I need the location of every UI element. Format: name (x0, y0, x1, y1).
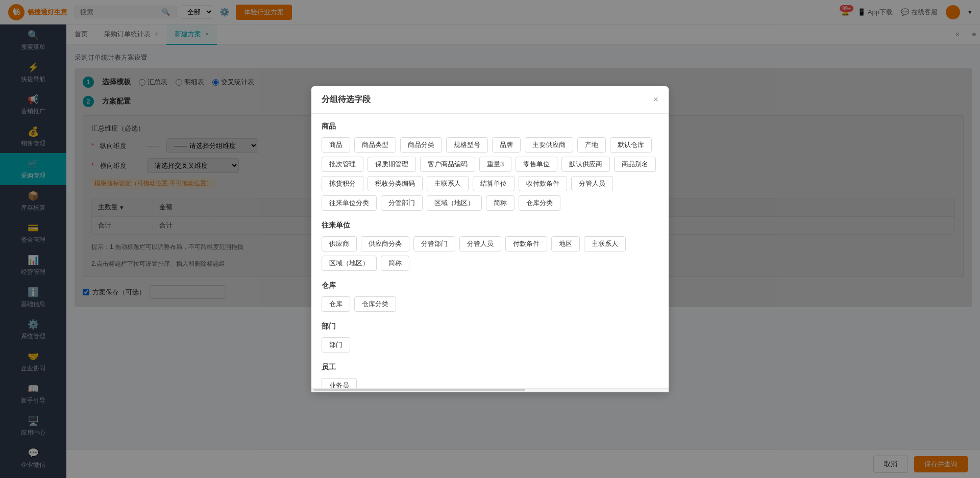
field-tag[interactable]: 商品分类 (400, 137, 442, 153)
field-tags: 仓库仓库分类 (322, 296, 658, 312)
field-tag[interactable]: 分管人员 (459, 236, 501, 251)
field-tag[interactable]: 默认仓库 (610, 137, 652, 153)
field-tag[interactable]: 区域（地区） (427, 195, 482, 211)
field-tag[interactable]: 部门 (322, 337, 350, 344)
field-tag[interactable]: 主要供应商 (525, 137, 573, 153)
field-tag[interactable]: 往来单位分类 (322, 195, 377, 211)
field-tag[interactable]: 收付款条件 (519, 176, 567, 191)
field-group-title: 往来单位 (322, 221, 658, 230)
field-tag[interactable]: 商品别名 (614, 157, 656, 172)
field-tag[interactable]: 零售单位 (516, 157, 557, 172)
field-tag[interactable]: 商品 (322, 137, 350, 153)
field-tag[interactable]: 区域（地区） (322, 256, 377, 271)
field-tag[interactable]: 规格型号 (446, 137, 488, 153)
field-tag[interactable]: 默认供应商 (561, 157, 610, 172)
field-group-商品: 商品商品商品类型商品分类规格型号品牌主要供应商产地默认仓库批次管理保质期管理客户… (322, 122, 658, 211)
field-tag[interactable]: 品牌 (492, 137, 521, 153)
field-tag[interactable]: 保质期管理 (368, 157, 416, 172)
field-group-title: 商品 (322, 122, 658, 131)
field-tag[interactable]: 批次管理 (322, 157, 363, 172)
field-tag[interactable]: 供应商分类 (361, 236, 409, 251)
field-group-title: 部门 (322, 322, 658, 331)
modal-overlay: 分组待选字段 × 商品商品商品类型商品分类规格型号品牌主要供应商产地默认仓库批次… (0, 0, 980, 344)
field-tag[interactable]: 税收分类编码 (368, 176, 423, 191)
modal-header: 分组待选字段 × (311, 86, 669, 114)
field-group-往来单位: 往来单位供应商供应商分类分管部门分管人员付款条件地区主联系人区域（地区）简称 (322, 221, 658, 271)
field-tag[interactable]: 付款条件 (505, 236, 547, 251)
field-tag[interactable]: 结算单位 (473, 176, 514, 191)
field-tag[interactable]: 商品类型 (354, 137, 396, 153)
modal-title: 分组待选字段 (322, 94, 371, 105)
field-tags: 商品商品类型商品分类规格型号品牌主要供应商产地默认仓库批次管理保质期管理客户商品… (322, 137, 658, 211)
field-tag[interactable]: 产地 (577, 137, 606, 153)
field-tag[interactable]: 分管人员 (571, 176, 613, 191)
field-tag[interactable]: 地区 (551, 236, 580, 251)
field-group-仓库: 仓库仓库仓库分类 (322, 281, 658, 312)
field-tag[interactable]: 主联系人 (584, 236, 626, 251)
field-tag[interactable]: 分管部门 (413, 236, 455, 251)
field-tag[interactable]: 主联系人 (427, 176, 469, 191)
field-tag[interactable]: 客户商品编码 (420, 157, 475, 172)
modal-body: 商品商品商品类型商品分类规格型号品牌主要供应商产地默认仓库批次管理保质期管理客户… (311, 114, 669, 344)
field-tag[interactable]: 简称 (486, 195, 514, 211)
field-tag[interactable]: 供应商 (322, 236, 357, 251)
field-tag[interactable]: 分管部门 (381, 195, 423, 211)
field-tags: 供应商供应商分类分管部门分管人员付款条件地区主联系人区域（地区）简称 (322, 236, 658, 271)
field-tag[interactable]: 仓库分类 (519, 195, 560, 211)
field-select-modal: 分组待选字段 × 商品商品商品类型商品分类规格型号品牌主要供应商产地默认仓库批次… (311, 86, 669, 344)
field-tag[interactable]: 重量3 (479, 157, 511, 172)
field-group-title: 仓库 (322, 281, 658, 290)
field-tags: 部门 (322, 337, 658, 344)
modal-close-button[interactable]: × (653, 94, 658, 105)
field-tag[interactable]: 仓库 (322, 296, 350, 312)
field-tag[interactable]: 简称 (381, 256, 409, 271)
field-group-部门: 部门部门 (322, 322, 658, 344)
field-tag[interactable]: 拣货积分 (322, 176, 363, 191)
field-tag[interactable]: 仓库分类 (354, 296, 396, 312)
